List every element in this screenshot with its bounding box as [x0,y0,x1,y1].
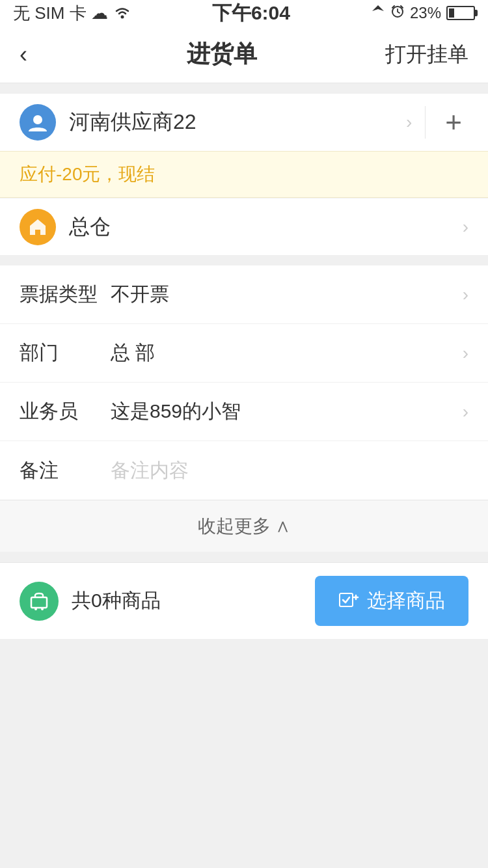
vertical-divider [425,106,426,139]
svg-point-6 [41,608,44,610]
open-pending-button[interactable]: 打开挂单 [385,40,468,69]
supplier-card: 河南供应商22 › + 应付-20元，现结 总仓 › [0,94,488,255]
product-icon [20,582,59,621]
warehouse-row[interactable]: 总仓 › [0,198,488,255]
remark-label: 备注 [20,457,111,484]
add-supplier-button[interactable]: + [439,106,468,139]
remark-row[interactable]: 备注 备注内容 [0,441,488,500]
svg-point-5 [34,608,37,610]
select-product-button[interactable]: 选择商品 [315,576,468,626]
form-section: 票据类型 不开票 › 部门 总 部 › 业务员 这是859的小智 › 备注 备注… [0,265,488,500]
dept-value: 总 部 [111,340,456,366]
invoice-label: 票据类型 [20,281,111,308]
salesman-row[interactable]: 业务员 这是859的小智 › [0,383,488,441]
supplier-chevron-icon: › [406,112,412,133]
page-container: 无 SIM 卡 ☁ 下午6:04 [0,0,488,868]
dept-row[interactable]: 部门 总 部 › [0,324,488,383]
svg-point-2 [33,115,42,124]
supplier-row[interactable]: 河南供应商22 › + [0,94,488,151]
invoice-value: 不开票 [111,281,456,308]
sim-signal: 无 SIM 卡 ☁ [13,2,108,25]
salesman-label: 业务员 [20,398,111,425]
nav-bar: ‹ 进货单 打开挂单 [0,26,488,83]
battery-percentage: 23% [410,4,441,22]
person-icon [26,111,49,134]
invoice-chevron-icon: › [463,284,468,305]
svg-point-0 [120,15,124,18]
status-right: 23% [371,4,475,22]
product-info: 共0种商品 [20,582,161,621]
battery-icon [446,6,475,20]
page-title: 进货单 [187,38,257,70]
remark-input[interactable]: 备注内容 [111,457,468,484]
svg-rect-7 [340,593,353,606]
supplier-avatar [20,104,56,141]
dept-label: 部门 [20,340,111,366]
warehouse-name: 总仓 [69,213,456,241]
select-product-icon [338,592,359,610]
product-count-label: 共0种商品 [72,588,161,614]
status-left: 无 SIM 卡 ☁ [13,2,131,25]
dept-chevron-icon: › [463,343,468,364]
supplier-name: 河南供应商22 [69,108,400,137]
warehouse-icon [20,209,56,245]
wifi-icon [113,3,131,23]
cart-icon [27,590,51,613]
select-product-label: 选择商品 [367,588,445,614]
bottom-bar: 共0种商品 选择商品 [0,562,488,639]
svg-rect-4 [31,597,47,608]
collapse-label: 收起更多 ∧ [198,514,291,539]
house-icon [27,217,48,237]
location-icon [371,4,385,22]
salesman-chevron-icon: › [463,401,468,422]
notice-text: 应付-20元，现结 [20,164,155,184]
invoice-row[interactable]: 票据类型 不开票 › [0,265,488,324]
alarm-icon [390,4,405,22]
section-divider-1 [0,83,488,94]
notice-banner: 应付-20元，现结 [0,151,488,198]
back-button[interactable]: ‹ [20,41,59,68]
collapse-row[interactable]: 收起更多 ∧ [0,500,488,552]
warehouse-chevron-icon: › [463,217,468,237]
status-time: 下午6:04 [212,0,290,27]
status-bar: 无 SIM 卡 ☁ 下午6:04 [0,0,488,26]
salesman-value: 这是859的小智 [111,398,456,425]
svg-rect-3 [35,230,40,235]
